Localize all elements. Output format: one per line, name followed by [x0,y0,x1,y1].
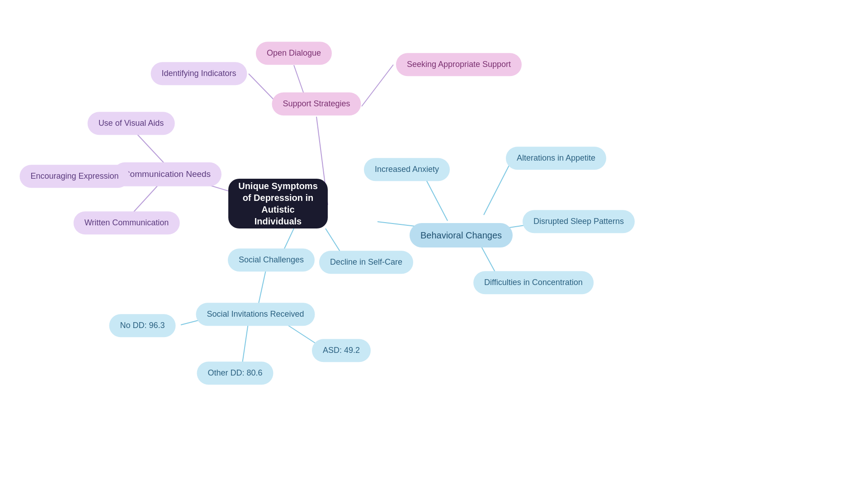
encouraging-expression-node: Encouraging Expression [19,165,129,188]
open-dialogue-node: Open Dialogue [256,42,332,65]
svg-line-2 [362,65,393,106]
svg-line-10 [484,162,511,215]
asd-node: ASD: 49.2 [312,339,371,362]
written-communication-node: Written Communication [74,211,180,234]
identifying-indicators-node: Identifying Indicators [151,62,247,85]
behavioral-changes-node: Behavioral Changes [410,223,513,247]
support-strategies-node: Support Strategies [272,92,361,115]
disrupted-sleep-node: Disrupted Sleep Patterns [523,210,635,233]
other-dd-node: Other DD: 80.6 [197,362,273,385]
use-of-visual-aids-node: Use of Visual Aids [88,112,175,135]
seeking-support-node: Seeking Appropriate Support [396,53,522,76]
social-invitations-node: Social Invitations Received [196,303,315,326]
svg-line-5 [136,133,167,167]
no-dd-node: No DD: 96.3 [109,314,175,337]
alterations-appetite-node: Alterations in Appetite [506,147,606,170]
social-challenges-node: Social Challenges [228,248,315,271]
difficulties-concentration-node: Difficulties in Concentration [473,271,594,294]
svg-line-15 [258,266,267,308]
svg-line-18 [242,320,249,366]
increased-anxiety-node: Increased Anxiety [364,158,450,181]
decline-self-care-node: Decline in Self-Care [319,251,413,274]
center-node: Unique Symptoms of Depression in Autisti… [228,179,328,228]
